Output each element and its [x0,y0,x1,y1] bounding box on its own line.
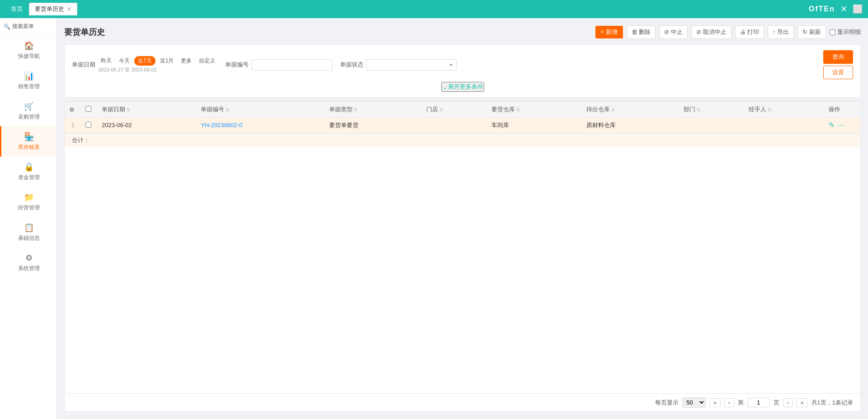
data-table: ⚙ 单据日期 单据编号 单据类型 门店 要货仓库 待出仓库 部门 经手人 操作 [65,102,860,133]
tab-home[interactable]: 首页 [5,3,28,15]
sidebar-item-finance[interactable]: 🔒 资金管理 [0,157,57,187]
bill-no-input[interactable] [251,59,333,71]
col-checkbox [81,102,97,118]
date-filter-label: 单据日期 [72,61,95,69]
sidebar-item-sales[interactable]: 📊 销售管理 [0,66,57,96]
col-bill-no[interactable]: 单据编号 [196,102,324,118]
stop-button[interactable]: ⊘ 中止 [659,25,688,39]
col-pending-warehouse[interactable]: 待出仓库 [582,102,679,118]
col-handler[interactable]: 经手人 [744,102,824,118]
settings-button[interactable]: 设置 [823,66,853,79]
more-icon[interactable]: ⋯ [837,121,844,129]
close-window-icon[interactable]: ✕ [840,4,847,14]
page-number-input[interactable] [747,398,770,407]
last-page-button[interactable]: » [797,398,808,407]
row-actions: ✎ ⋯ [824,118,860,133]
content-area: 要货单历史 + 新增 🗑 删除 ⊘ 中止 ⊘ 取消中止 🖨 打印 ↑ 导出 ↻ … [57,18,868,419]
sidebar-item-quicknav[interactable]: 🏠 快捷导航 [0,35,57,66]
page-content: 要货单历史 + 新增 🗑 删除 ⊘ 中止 ⊘ 取消中止 🖨 打印 ↑ 导出 ↻ … [57,18,868,419]
date-btn-1month[interactable]: 近1月 [157,56,177,66]
bill-no-filter-item: 单据编号 [225,59,333,71]
sidebar-search[interactable]: 🔍 搜索菜单 [0,18,57,35]
row-handler [744,118,824,133]
filter-section: 单据日期 昨天 今天 近7天 近1月 更多 自定义 2 [64,44,861,98]
show-detail-label: 显示明细 [837,28,861,36]
row-checkbox[interactable] [81,118,97,133]
query-button[interactable]: 查询 [823,50,853,64]
edit-icon[interactable]: ✎ [829,121,835,129]
expand-button[interactable]: ⌄ 展开更多条件 [441,82,484,92]
sidebar-item-purchase[interactable]: 🛒 采购管理 [0,96,57,126]
prev-page-button[interactable]: ‹ [724,398,734,407]
delete-button[interactable]: 🗑 删除 [627,25,656,39]
col-bill-type[interactable]: 单据类型 [325,102,422,118]
refresh-button[interactable]: ↻ 刷新 [797,25,826,39]
date-filter-group: 昨天 今天 近7天 近1月 更多 自定义 2023-05-27 至 2023-0… [98,56,218,73]
expand-label: 展开更多条件 [448,83,483,91]
search-icon: 🔍 [4,24,10,30]
date-btn-custom[interactable]: 自定义 [196,56,218,66]
row-bill-type: 要货单要货 [325,118,422,133]
date-btn-more[interactable]: 更多 [178,56,194,66]
top-bar-right: OfTEn ✕ ⬜ [809,4,863,14]
col-action: 操作 [824,102,860,118]
row-req-warehouse: 车间库 [487,118,582,133]
col-req-warehouse[interactable]: 要货仓库 [487,102,582,118]
select-all-checkbox[interactable] [85,106,91,112]
col-department[interactable]: 部门 [679,102,744,118]
sidebar: 🔍 搜索菜单 🏠 快捷导航 📊 销售管理 🛒 采购管理 🏪 库存核算 🔒 [0,18,57,419]
row-num: 1 [65,118,81,133]
date-btn-7days[interactable]: 近7天 [134,56,156,66]
status-label: 单据状态 [340,61,363,69]
next-page-button[interactable]: › [783,398,793,407]
sidebar-item-operations[interactable]: 📁 经营管理 [0,187,57,217]
pagination-bar: 每页显示 50 100 « ‹ 第 页 › » 共1页，1条记录 [65,393,860,411]
page-label: 第 [738,399,744,407]
row-store [422,118,487,133]
chevron-down-icon: ⌄ [442,84,447,90]
tab-yaohuodan[interactable]: 要货单历史 ✕ [29,3,77,15]
bill-no-link[interactable]: YH-20230602-0 [201,122,242,129]
col-date[interactable]: 单据日期 [97,102,196,118]
table-spacer [65,147,860,393]
bill-no-label: 单据编号 [225,61,249,69]
sidebar-item-inventory[interactable]: 🏪 库存核算 [0,126,57,157]
sidebar-item-inventory-label: 库存核算 [18,143,40,151]
sidebar-item-basic[interactable]: 📋 基础信息 [0,217,57,248]
maximize-window-icon[interactable]: ⬜ [853,4,863,14]
top-bar: 首页 要货单历史 ✕ OfTEn ✕ ⬜ [0,0,868,18]
col-store[interactable]: 门店 [422,102,487,118]
sidebar-item-quicknav-label: 快捷导航 [18,52,40,60]
date-btn-yesterday[interactable]: 昨天 [98,56,114,66]
home-icon: 🏠 [24,41,34,51]
basic-icon: 📋 [24,223,34,233]
show-detail-input[interactable] [830,29,835,35]
status-select-wrap [366,59,457,71]
sidebar-search-label: 搜索菜单 [12,23,34,30]
toolbar: + 新增 🗑 删除 ⊘ 中止 ⊘ 取消中止 🖨 打印 ↑ 导出 ↻ 刷新 显示明… [595,25,861,39]
tab-home-label: 首页 [11,5,23,13]
show-detail-checkbox[interactable]: 显示明细 [830,28,861,36]
row-date: 2023-06-02 [97,118,196,133]
print-button[interactable]: 🖨 打印 [735,25,764,39]
date-range-display: 2023-05-27 至 2023-06-02 [98,67,218,73]
date-buttons: 昨天 今天 近7天 近1月 更多 自定义 [98,56,218,66]
row-bill-no: YH-20230602-0 [196,118,324,133]
page-size-select[interactable]: 50 100 [682,397,706,408]
row-select-checkbox[interactable] [85,122,91,128]
col-settings[interactable]: ⚙ [65,102,81,118]
status-select[interactable] [366,59,457,71]
new-button[interactable]: + 新增 [595,26,623,38]
date-btn-today[interactable]: 今天 [116,56,132,66]
sales-icon: 📊 [24,71,34,81]
tab-close-icon[interactable]: ✕ [67,6,71,12]
table-row: 1 2023-06-02 YH-20230602-0 要货单要货 车间库 原材料… [65,118,860,133]
total-label: 合计： [72,137,90,143]
sidebar-item-system[interactable]: ⚙ 系统管理 [0,248,57,278]
first-page-button[interactable]: « [709,398,721,407]
finance-icon: 🔒 [24,162,34,172]
cancel-stop-button[interactable]: ⊘ 取消中止 [691,25,731,39]
sidebar-item-purchase-label: 采购管理 [18,113,40,121]
export-button[interactable]: ↑ 导出 [768,25,794,39]
sidebar-item-finance-label: 资金管理 [18,174,40,181]
